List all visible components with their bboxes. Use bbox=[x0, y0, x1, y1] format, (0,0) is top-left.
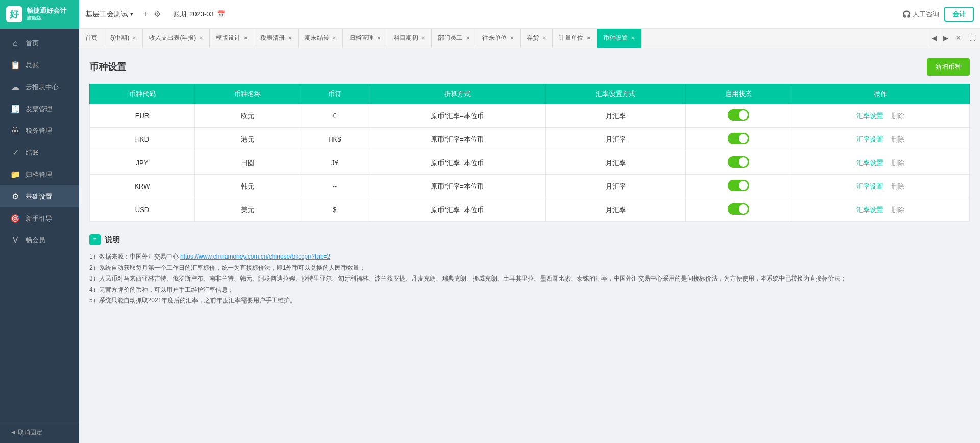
sidebar-toggle-label: ◄ 取消固定 bbox=[10, 428, 42, 437]
rate-setting-link[interactable]: 汇率设置 bbox=[856, 206, 883, 214]
tab-ξ(中期)[interactable]: ξ(中期) ✕ bbox=[104, 29, 143, 48]
sidebar-item-settings[interactable]: ⚙基础设置 bbox=[0, 185, 79, 207]
tab-科目期初[interactable]: 科目期初 ✕ bbox=[387, 29, 432, 48]
tab-税表清册[interactable]: 税表清册 ✕ bbox=[254, 29, 299, 48]
table-row: KRW 韩元 -- 原币*汇率=本位币 月汇率 汇率设置 删除 bbox=[90, 175, 970, 198]
sidebar-toggle[interactable]: ◄ 取消固定 bbox=[0, 422, 79, 443]
currency-code: USD bbox=[90, 198, 195, 222]
tab-close-icon[interactable]: ✕ bbox=[631, 35, 635, 41]
tab-label: 计量单位 bbox=[559, 34, 583, 42]
calendar-icon[interactable]: 📅 bbox=[217, 10, 225, 18]
sidebar-item-home[interactable]: ⌂首页 bbox=[0, 33, 79, 54]
notes-icon: ≡ bbox=[89, 234, 101, 245]
toggle-switch[interactable] bbox=[728, 203, 749, 215]
settings-icon: ⚙ bbox=[10, 192, 20, 201]
delete-link[interactable]: 删除 bbox=[891, 135, 904, 143]
tab-close-icon[interactable]: ✕ bbox=[243, 35, 248, 41]
delete-link[interactable]: 删除 bbox=[891, 112, 904, 120]
sidebar-item-guide[interactable]: 🎯新手引导 bbox=[0, 207, 79, 229]
tax-icon: 🏛 bbox=[10, 126, 20, 135]
tab-close-icon[interactable]: ✕ bbox=[542, 35, 546, 41]
china-money-link[interactable]: https://www.chinamoney.com.cn/chinese/bk… bbox=[180, 253, 330, 260]
tab-计量单位[interactable]: 计量单位 ✕ bbox=[553, 29, 597, 48]
tab-close-icon[interactable]: ✕ bbox=[510, 35, 514, 41]
col-header: 币种代码 bbox=[90, 84, 195, 104]
sidebar-item-member[interactable]: V畅会员 bbox=[0, 229, 79, 251]
tab-label: 币种设置 bbox=[603, 34, 628, 42]
toggle-switch[interactable] bbox=[728, 109, 749, 121]
tab-close-icon[interactable]: ✕ bbox=[199, 35, 203, 41]
tab-close-icon[interactable]: ✕ bbox=[465, 35, 470, 41]
toggle-switch[interactable] bbox=[728, 133, 749, 144]
tab-收入支出表(年报)[interactable]: 收入支出表(年报) ✕ bbox=[143, 29, 210, 48]
tab-close-icon[interactable]: ✕ bbox=[421, 35, 425, 41]
tab-label: ξ(中期) bbox=[110, 34, 129, 42]
sidebar-item-archive[interactable]: 📁归档管理 bbox=[0, 164, 79, 185]
currency-symbol: € bbox=[300, 104, 370, 128]
tab-label: 往来单位 bbox=[482, 34, 507, 42]
sidebar: 好 畅捷通好会计 旗舰版 ⌂首页📋总账☁云报表中心🧾发票管理🏛税务管理✓结账📁归… bbox=[0, 0, 79, 443]
rate-setting-link[interactable]: 汇率设置 bbox=[856, 159, 883, 167]
enable-status[interactable] bbox=[686, 104, 791, 128]
tab-close-icon[interactable]: ✕ bbox=[332, 35, 336, 41]
enable-status[interactable] bbox=[686, 151, 791, 175]
accounting-button[interactable]: 会计 bbox=[944, 7, 974, 22]
settings-icon[interactable]: ⚙ bbox=[154, 9, 161, 19]
topbar: 基层工会测试 ▾ ＋ ⚙ 账期 2023-03 📅 🎧 人工咨询 会计 bbox=[79, 0, 980, 29]
toggle-switch[interactable] bbox=[728, 180, 749, 191]
app-edition: 旗舰版 bbox=[27, 15, 66, 22]
notes-section: ≡ 说明 1）数据来源：中国外汇交易中心 https://www.chinamo… bbox=[89, 234, 970, 307]
tab-存货[interactable]: 存货 ✕ bbox=[521, 29, 553, 48]
reports-icon: ☁ bbox=[10, 82, 20, 92]
tab-模版设计[interactable]: 模版设计 ✕ bbox=[210, 29, 254, 48]
tab-首页[interactable]: 首页 bbox=[79, 29, 104, 48]
tab-close-icon[interactable]: ✕ bbox=[288, 35, 292, 41]
tab-close-icon[interactable]: ✕ bbox=[132, 35, 136, 41]
consult-button[interactable]: 🎧 人工咨询 bbox=[902, 10, 939, 19]
col-header: 操作 bbox=[791, 84, 970, 104]
currency-code: JPY bbox=[90, 151, 195, 175]
tab-close-all[interactable]: ✕ bbox=[951, 29, 965, 48]
enable-status[interactable] bbox=[686, 128, 791, 151]
tab-close-icon[interactable]: ✕ bbox=[586, 35, 591, 41]
col-header: 币符 bbox=[300, 84, 370, 104]
main-area: 基层工会测试 ▾ ＋ ⚙ 账期 2023-03 📅 🎧 人工咨询 会计 首页ξ(… bbox=[79, 0, 980, 443]
tab-prev[interactable]: ◀ bbox=[928, 29, 940, 48]
delete-link[interactable]: 删除 bbox=[891, 206, 904, 214]
tab-close-icon[interactable]: ✕ bbox=[377, 35, 381, 41]
delete-link[interactable]: 删除 bbox=[891, 159, 904, 167]
sidebar-item-invoices[interactable]: 🧾发票管理 bbox=[0, 98, 79, 120]
tab-期末结转[interactable]: 期末结转 ✕ bbox=[299, 29, 343, 48]
sidebar-item-ledger[interactable]: 📋总账 bbox=[0, 54, 79, 76]
tab-label: 首页 bbox=[85, 34, 97, 42]
tab-label: 模版设计 bbox=[216, 34, 240, 42]
rate-setting-link[interactable]: 汇率设置 bbox=[856, 182, 883, 190]
sidebar-item-close[interactable]: ✓结账 bbox=[0, 142, 79, 164]
rate-setting-link[interactable]: 汇率设置 bbox=[856, 135, 883, 143]
tab-币种设置[interactable]: 币种设置 ✕ bbox=[597, 29, 642, 48]
company-dropdown-icon[interactable]: ▾ bbox=[130, 11, 133, 17]
tab-部门员工[interactable]: 部门员工 ✕ bbox=[432, 29, 476, 48]
currency-code: EUR bbox=[90, 104, 195, 128]
logo-icon: 好 bbox=[6, 6, 22, 22]
add-icon[interactable]: ＋ bbox=[141, 9, 150, 19]
tab-next[interactable]: ▶ bbox=[940, 29, 951, 48]
rate-setting-link[interactable]: 汇率设置 bbox=[856, 112, 883, 120]
enable-status[interactable] bbox=[686, 175, 791, 198]
actions: 汇率设置 删除 bbox=[791, 104, 970, 128]
currency-code: HKD bbox=[90, 128, 195, 151]
tab-expand[interactable]: ⛶ bbox=[965, 29, 980, 48]
new-currency-button[interactable]: 新增币种 bbox=[927, 58, 970, 76]
period-value: 2023-03 bbox=[189, 10, 214, 18]
invoices-icon: 🧾 bbox=[10, 104, 20, 114]
sidebar-item-tax[interactable]: 🏛税务管理 bbox=[0, 120, 79, 142]
tab-往来单位[interactable]: 往来单位 ✕ bbox=[476, 29, 521, 48]
toggle-switch[interactable] bbox=[728, 156, 749, 168]
delete-link[interactable]: 删除 bbox=[891, 182, 904, 190]
table-row: USD 美元 $ 原币*汇率=本位币 月汇率 汇率设置 删除 bbox=[90, 198, 970, 222]
tab-归档管理[interactable]: 归档管理 ✕ bbox=[343, 29, 387, 48]
period-info: 账期 2023-03 📅 bbox=[173, 10, 225, 19]
sidebar-item-reports[interactable]: ☁云报表中心 bbox=[0, 76, 79, 98]
close-icon: ✓ bbox=[10, 148, 20, 157]
enable-status[interactable] bbox=[686, 198, 791, 222]
